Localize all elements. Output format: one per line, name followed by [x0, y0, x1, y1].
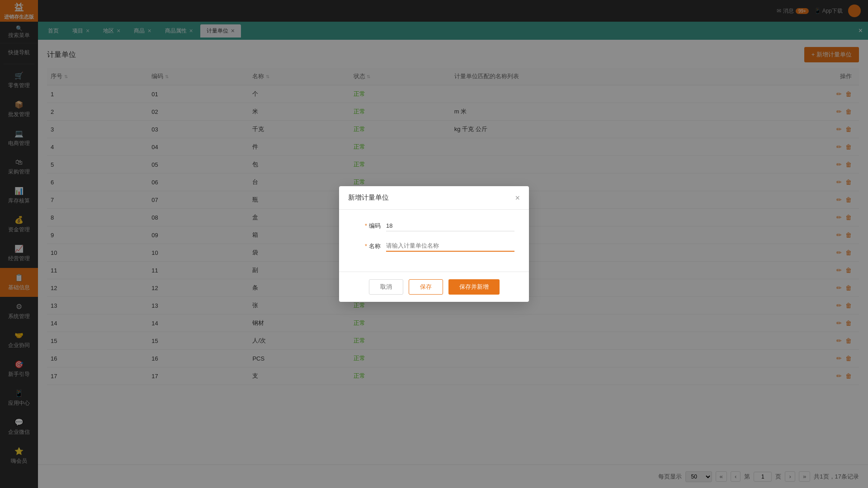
- form-row-name: *名称: [354, 240, 514, 252]
- modal-title: 新增计量单位: [348, 193, 389, 202]
- save-button[interactable]: 保存: [409, 279, 443, 295]
- modal-close-button[interactable]: ×: [515, 194, 520, 202]
- modal-overlay: 新增计量单位 × *编码 *名称 取消 保存 保存并新增: [0, 0, 868, 488]
- code-required: *: [365, 222, 367, 229]
- save-new-button[interactable]: 保存并新增: [448, 279, 500, 295]
- code-label: *编码: [354, 222, 381, 230]
- form-row-code: *编码: [354, 221, 514, 231]
- modal-header: 新增计量单位 ×: [339, 186, 529, 210]
- add-unit-modal: 新增计量单位 × *编码 *名称 取消 保存 保存并新增: [339, 186, 529, 302]
- name-label: *名称: [354, 242, 381, 250]
- name-input[interactable]: [386, 240, 514, 252]
- name-required: *: [365, 243, 367, 249]
- code-input[interactable]: [386, 221, 514, 231]
- cancel-button[interactable]: 取消: [369, 279, 403, 295]
- modal-footer: 取消 保存 保存并新增: [339, 272, 529, 302]
- modal-body: *编码 *名称: [339, 210, 529, 272]
